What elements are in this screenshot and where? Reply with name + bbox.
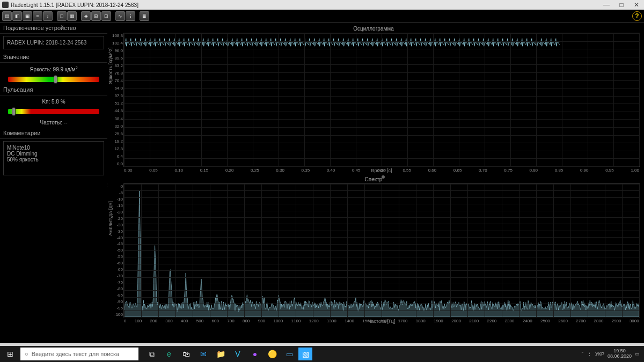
toolbar-btn-3[interactable]: ▣ [23,11,32,21]
oscillogram-title: Осциллограмма [107,26,640,32]
value-section-header: Значение [0,51,107,63]
task-view-icon[interactable]: ⧉ [144,346,160,362]
toolbar-btn-10[interactable]: ⊡ [101,11,111,21]
sidebar: Подключенное устройство RADEX LUPIN: 201… [0,23,107,343]
radexlight-task-icon[interactable]: ▧ [298,348,312,360]
lang-indicator[interactable]: УКР [595,351,604,357]
start-button[interactable]: ⊞ [0,346,20,362]
comment-line: DC Dimming [7,151,100,157]
toolbar-btn-6[interactable]: □ [57,11,67,21]
window-title: RadexLight 1.15.1 [RADEX LUPIN: 2018-12-… [11,2,138,8]
brightness-value: Яркость: 99.9 кд/м2 [0,63,107,75]
device-section-header: Подключенное устройство [0,23,107,34]
close-button[interactable]: ✕ [629,0,644,10]
spectrum-title: Спектр [107,176,640,182]
toolbar-btn-9[interactable]: ⊞ [91,11,101,21]
device-name: RADEX LUPIN: 2018-12-24 2563 [3,36,104,49]
time-slider-handle[interactable] [382,175,385,179]
app-icon-v[interactable]: V [230,346,246,362]
main-area: Осциллограмма Яркость [кд/м^2] 108,8102,… [107,23,644,343]
app-icon-blue[interactable]: ▭ [281,346,297,362]
clock[interactable]: 19:50 08.06.2020 [608,349,632,359]
app-icon [2,2,9,8]
toolbar-btn-11[interactable]: ∿ [115,11,125,21]
toolbar-btn-5[interactable]: ↓ [43,11,53,21]
tray-chevron-icon[interactable]: ˄ [581,351,584,357]
toolbar-btn-13[interactable]: ≣ [140,11,149,21]
brightness-gauge [8,77,99,82]
store-icon[interactable]: 🛍 [178,346,194,362]
chrome-icon[interactable]: 🟡 [264,346,280,362]
windows-taskbar[interactable]: ⊞ ○ Введите здесь текст для поиска ⧉ e 🛍… [0,346,644,362]
search-placeholder: Введите здесь текст для поиска [32,351,120,357]
viber-icon[interactable]: ● [247,346,263,362]
frequency-value: Частоты: -- [0,116,107,128]
wifi-icon[interactable]: ⋮ [587,351,592,357]
toolbar: ▤ ◧ ▣ ≡ ↓ □ ▦ ◈ ⊞ ⊡ ∿ ⫶ ≣ ? [0,10,644,23]
mail-icon[interactable]: ✉ [195,346,211,362]
explorer-icon[interactable]: 📁 [213,346,229,362]
minimize-button[interactable]: — [599,0,614,10]
taskbar-apps: ⧉ e 🛍 ✉ 📁 V ● 🟡 ▭ ▧ [144,346,312,362]
toolbar-btn-1[interactable]: ▤ [2,11,12,21]
toolbar-btn-8[interactable]: ◈ [81,11,91,21]
edge-icon[interactable]: e [161,346,177,362]
comment-line: MiNote10 [7,145,100,151]
comments-box[interactable]: MiNote10 DC Dimming 50% яркость [3,141,104,175]
pulsation-gauge [8,109,99,114]
comment-line: 50% яркость [7,157,100,162]
pulsation-section-header: Пульсация [0,84,107,95]
toolbar-btn-2[interactable]: ◧ [12,11,22,21]
comments-section-header: Комментарии [0,128,107,139]
toolbar-btn-4[interactable]: ≡ [33,11,42,21]
maximize-button[interactable]: □ [614,0,629,10]
system-tray[interactable]: ˄ ⋮ УКР 19:50 08.06.2020 ▭ [581,349,644,359]
toolbar-btn-7[interactable]: ▦ [67,11,77,21]
help-button[interactable]: ? [632,11,642,21]
spectrum-plot[interactable]: 0-5-10-15-20-25-30-35-40-45-50-55-60-65-… [123,183,640,317]
taskbar-search[interactable]: ○ Введите здесь текст для поиска [20,348,138,360]
kp-value: Kп: 5.8 % [0,95,107,107]
oscillogram-plot[interactable]: 108,8102,496,089,683,276,870,464,057,651… [123,33,640,167]
notifications-icon[interactable]: ▭ [635,351,640,357]
search-icon: ○ [25,351,28,357]
titlebar[interactable]: RadexLight 1.15.1 [RADEX LUPIN: 2018-12-… [0,0,644,10]
toolbar-btn-12[interactable]: ⫶ [126,11,135,21]
